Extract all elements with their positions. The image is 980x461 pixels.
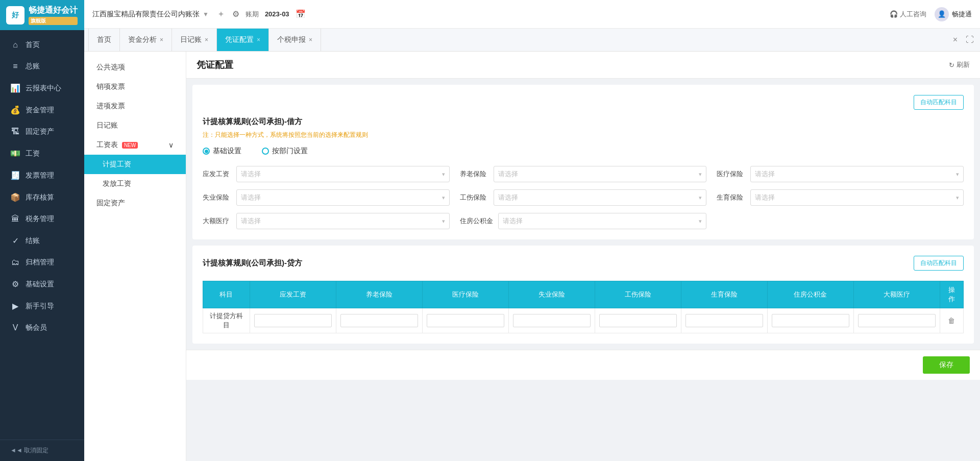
input-pension[interactable] [340, 314, 418, 327]
sub-nav-fixed-assets[interactable]: 固定资产 [84, 193, 186, 213]
cell-maternity [681, 308, 767, 333]
tab-voucher-close[interactable]: × [257, 36, 260, 43]
company-selector[interactable]: 江西服宝精品有限责任公司内账张 ▼ [92, 10, 209, 19]
company-dropdown-arrow: ▼ [203, 11, 209, 18]
sidebar-item-vip[interactable]: V 畅会员 [0, 317, 84, 338]
tab-journal-close[interactable]: × [205, 36, 208, 43]
sub-nav-journal[interactable]: 日记账 [84, 116, 186, 135]
radio-dept-btn[interactable] [262, 148, 269, 155]
input-housing[interactable] [772, 314, 849, 327]
delete-row-button[interactable]: 🗑 [948, 317, 955, 325]
input-large-medical[interactable] [858, 314, 936, 327]
assets-icon: 🏗 [10, 127, 20, 136]
sub-nav-sales-invoice[interactable]: 销项发票 [84, 77, 186, 96]
user-info[interactable]: 👤 畅捷通 [935, 7, 972, 21]
credit-auto-match-button[interactable]: 自动匹配科目 [914, 256, 964, 271]
refresh-button[interactable]: ↻ 刷新 [949, 60, 970, 69]
sub-nav-public[interactable]: 公共选项 [84, 58, 186, 77]
sidebar-item-report[interactable]: 📊 云报表中心 [0, 77, 84, 99]
injury-select[interactable]: 请选择 ▾ [494, 189, 707, 206]
credit-table: 科目 应发工资 养老保险 医疗保险 失业保险 工伤保险 生育保险 住房公积金 大… [203, 281, 964, 333]
debit-section-note: 注：只能选择一种方式，系统将按照您当前的选择来配置规则 [203, 131, 964, 139]
debit-section: 自动匹配科目 计提核算规则(公司承担)-借方 注：只能选择一种方式，系统将按照您… [192, 85, 974, 239]
calendar-icon[interactable]: 📅 [296, 9, 306, 19]
sidebar-item-label: 总账 [26, 62, 40, 71]
top-bar-right: 🎧 人工咨询 👤 畅捷通 [890, 7, 972, 21]
tab-funds-close[interactable]: × [160, 36, 163, 43]
sidebar-item-home[interactable]: ⌂ 首页 [0, 34, 84, 56]
input-unemployment[interactable] [513, 314, 591, 327]
field-unemployment: 失业保险 请选择 ▾ [203, 189, 450, 206]
user-name: 畅捷通 [952, 10, 972, 19]
add-icon[interactable]: ＋ [217, 9, 225, 19]
radio-group: 基础设置 按部门设置 [203, 147, 964, 156]
sidebar-item-tax[interactable]: 🏛 税务管理 [0, 208, 84, 230]
sidebar-item-archive[interactable]: 🗂 归档管理 [0, 252, 84, 273]
sub-nav-pay-salary[interactable]: 发放工资 [84, 174, 186, 193]
input-injury[interactable] [599, 314, 677, 327]
col-injury: 工伤保险 [595, 281, 681, 308]
radio-dept[interactable]: 按部门设置 [262, 147, 308, 156]
maternity-label: 生育保险 [717, 193, 745, 202]
company-name: 江西服宝精品有限责任公司内账张 [92, 10, 200, 19]
maternity-select[interactable]: 请选择 ▾ [750, 189, 964, 206]
salary-icon: 💵 [10, 149, 20, 158]
close-period-icon: ✓ [10, 236, 20, 246]
input-gross[interactable] [254, 314, 332, 327]
sidebar-item-ledger[interactable]: ≡ 总账 [0, 56, 84, 77]
tab-home[interactable]: 首页 [88, 29, 120, 51]
large-medical-select[interactable]: 请选择 ▾ [236, 213, 450, 229]
refresh-icon: ↻ [949, 61, 954, 69]
radio-basic-btn[interactable] [203, 148, 210, 155]
field-large-medical: 大额医疗 请选择 ▾ [203, 213, 450, 229]
credit-section-title: 计提核算规则(公司承担)-贷方 [203, 258, 302, 268]
app-edition: 旗舰版 [29, 17, 78, 25]
field-injury: 工伤保险 请选择 ▾ [460, 189, 707, 206]
sidebar-item-label: 基础设置 [26, 280, 54, 289]
debit-auto-match-button[interactable]: 自动匹配科目 [914, 95, 964, 110]
medical-select[interactable]: 请选择 ▾ [750, 166, 964, 182]
tab-expand[interactable]: ⛶ [964, 33, 976, 46]
top-bar: 江西服宝精品有限责任公司内账张 ▼ ＋ ⚙ 账期 2023-03 📅 🎧 人工咨… [84, 0, 980, 29]
sidebar-item-assets[interactable]: 🏗 固定资产 [0, 121, 84, 142]
vip-icon: V [10, 323, 20, 332]
tab-close-all[interactable]: × [951, 33, 960, 46]
tab-bar: 首页 资金分析 × 日记账 × 凭证配置 × 个税申报 × × ⛶ [84, 29, 980, 52]
sidebar-item-settings[interactable]: ⚙ 基础设置 [0, 273, 84, 295]
radio-basic-label: 基础设置 [213, 147, 241, 156]
unpin-button[interactable]: ◄◄ 取消固定 [0, 440, 84, 461]
sub-nav-payroll-group[interactable]: 工资表 NEW ∨ [84, 135, 186, 155]
unpin-label: ◄◄ 取消固定 [10, 446, 48, 455]
input-maternity[interactable] [685, 314, 763, 327]
sidebar-item-funds[interactable]: 💰 资金管理 [0, 99, 84, 121]
sidebar-item-close[interactable]: ✓ 结账 [0, 230, 84, 252]
sub-nav-purchase-invoice[interactable]: 进项发票 [84, 96, 186, 116]
sidebar-item-guide[interactable]: ▶ 新手引导 [0, 295, 84, 317]
input-medical[interactable] [427, 314, 504, 327]
logo-icon: 好 [6, 6, 24, 25]
pension-select[interactable]: 请选择 ▾ [494, 166, 707, 182]
radio-basic[interactable]: 基础设置 [203, 147, 241, 156]
tab-funds[interactable]: 资金分析 × [120, 29, 172, 51]
tab-voucher-config[interactable]: 凭证配置 × [217, 29, 269, 51]
housing-fund-select[interactable]: 请选择 ▾ [498, 213, 707, 229]
headset-icon: 🎧 [890, 10, 898, 18]
unemployment-select[interactable]: 请选择 ▾ [236, 189, 450, 206]
save-bar: 保存 [186, 350, 980, 380]
sidebar-item-label: 结账 [26, 236, 40, 246]
tab-journal[interactable]: 日记账 × [172, 29, 217, 51]
sidebar-item-invoice[interactable]: 🧾 发票管理 [0, 164, 84, 186]
service-button[interactable]: 🎧 人工咨询 [890, 10, 926, 19]
sidebar-item-label: 畅会员 [26, 323, 47, 332]
gear-icon[interactable]: ⚙ [232, 9, 239, 19]
sub-nav-accrue-salary[interactable]: 计提工资 [84, 155, 186, 174]
tab-tax-close[interactable]: × [309, 36, 312, 43]
tab-tax-label: 个税申报 [277, 35, 306, 44]
sidebar-item-salary[interactable]: 💵 工资 [0, 142, 84, 164]
save-button[interactable]: 保存 [923, 356, 970, 374]
sidebar-item-inventory[interactable]: 📦 库存核算 [0, 186, 84, 208]
unemployment-arrow: ▾ [442, 195, 445, 201]
cell-unemployment [508, 308, 595, 333]
tab-tax[interactable]: 个税申报 × [269, 29, 321, 51]
gross-salary-select[interactable]: 请选择 ▾ [236, 166, 450, 182]
